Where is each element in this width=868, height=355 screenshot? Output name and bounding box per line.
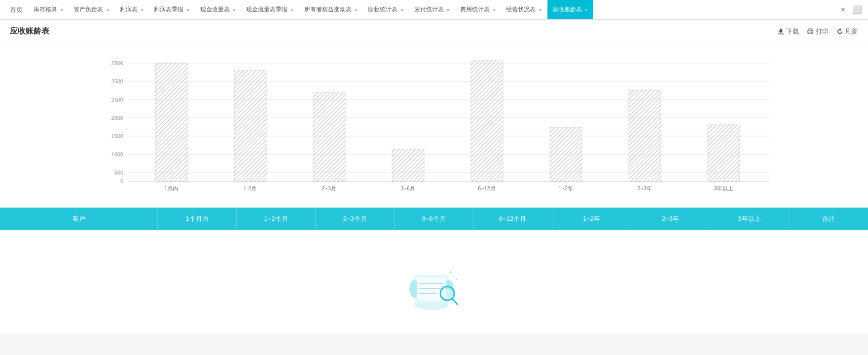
refresh-button[interactable]: 刷新 — [836, 27, 858, 36]
svg-rect-2 — [809, 29, 812, 31]
svg-text:0: 0 — [120, 178, 123, 184]
col-3-6month: 3~6个月 — [395, 208, 473, 230]
empty-state: ✦ ✦ ✦ — [0, 230, 868, 334]
tab-profit-quarterly[interactable]: 利润表季报 × — [149, 0, 195, 20]
header-actions: 下载 打印 刷新 — [777, 27, 858, 36]
tab-close-cashflow-quarterly[interactable]: × — [290, 7, 293, 13]
tab-close-equity[interactable]: × — [355, 7, 358, 13]
tab-operation[interactable]: 经营状况表 × — [501, 0, 547, 20]
bar-3-6月 — [392, 149, 424, 181]
tab-close-operation[interactable]: × — [539, 7, 542, 13]
tab-close-expense-stat[interactable]: × — [493, 7, 496, 13]
svg-text:2500: 2500 — [111, 97, 123, 103]
svg-text:1000: 1000 — [111, 151, 123, 157]
window-actions: × ⬜ — [839, 3, 864, 16]
col-2-3year: 2~3年 — [631, 208, 710, 230]
tab-close-profit[interactable]: × — [141, 7, 144, 13]
svg-text:2500: 2500 — [111, 60, 123, 66]
col-3year-plus: 3年以上 — [710, 208, 789, 230]
bar-1-2月 — [234, 71, 266, 181]
bar-2-3年 — [629, 90, 661, 181]
svg-text:3~6月: 3~6月 — [400, 185, 415, 191]
bar-1月内 — [155, 63, 187, 181]
svg-line-39 — [452, 298, 457, 304]
svg-point-38 — [443, 289, 452, 298]
svg-text:1月内: 1月内 — [164, 185, 178, 191]
svg-text:500: 500 — [114, 170, 123, 176]
print-icon — [807, 28, 814, 35]
svg-text:✦: ✦ — [455, 278, 458, 281]
empty-state-icon: ✦ ✦ ✦ — [402, 260, 466, 314]
page-title: 应收账龄表 — [10, 26, 49, 36]
tab-close-balance[interactable]: × — [106, 7, 109, 13]
page-header: 应收账龄表 下载 打印 刷新 — [0, 20, 868, 43]
svg-text:6~12月: 6~12月 — [478, 185, 496, 191]
svg-text:1-2月: 1-2月 — [244, 185, 257, 191]
main-content: 2500 2500 2500 2000 1500 1000 500 0 — [0, 43, 868, 334]
svg-text:3年以上: 3年以上 — [714, 185, 733, 191]
col-1-2month: 1~2个月 — [237, 208, 316, 230]
tab-cashflow-quarterly[interactable]: 现金流量表季报 × — [241, 0, 299, 20]
download-icon — [777, 28, 784, 35]
svg-text:2~3月: 2~3月 — [322, 185, 336, 191]
col-1-2year: 1~2年 — [552, 208, 631, 230]
tab-close-inventory[interactable]: × — [60, 7, 63, 13]
refresh-icon — [836, 28, 843, 35]
bar-chart: 2500 2500 2500 2000 1500 1000 500 0 — [20, 53, 848, 201]
svg-text:1500: 1500 — [111, 133, 123, 139]
col-customer: 客户 — [0, 208, 158, 230]
tab-close-cashflow[interactable]: × — [233, 7, 236, 13]
tab-ar-stat[interactable]: 应收统计表 × — [363, 0, 409, 20]
bar-3年以上 — [708, 125, 740, 181]
svg-text:2500: 2500 — [111, 78, 123, 84]
svg-rect-3 — [809, 32, 812, 34]
svg-text:2000: 2000 — [111, 115, 123, 121]
tab-close-ar-stat[interactable]: × — [400, 7, 403, 13]
tab-ap-stat[interactable]: 应付统计表 × — [409, 0, 455, 20]
tab-balance[interactable]: 资产负债表 × — [69, 0, 114, 20]
bar-2-3月 — [313, 93, 345, 181]
col-1month: 1个月内 — [158, 208, 237, 230]
tab-close-profit-quarterly[interactable]: × — [186, 7, 189, 13]
svg-text:1~2年: 1~2年 — [558, 185, 573, 191]
tab-inventory[interactable]: 库存核算 × — [29, 0, 69, 20]
window-close-button[interactable]: × — [839, 3, 847, 16]
col-2-3month: 2~3个月 — [316, 208, 395, 230]
tab-expense-stat[interactable]: 费用统计表 × — [455, 0, 501, 20]
tab-home[interactable]: 首页 — [4, 5, 29, 14]
tab-bar: 首页 库存核算 × 资产负债表 × 利润表 × 利润表季报 × 现金流量表 × … — [0, 0, 868, 20]
col-6-12month: 6~12个月 — [473, 208, 552, 230]
window-maximize-button[interactable]: ⬜ — [850, 3, 864, 16]
svg-text:✦: ✦ — [449, 270, 452, 275]
tab-equity[interactable]: 所有者权益变动表 × — [299, 0, 363, 20]
bar-6-12月 — [471, 61, 503, 181]
tab-close-ap-stat[interactable]: × — [447, 7, 450, 13]
bar-1-2年 — [550, 127, 582, 181]
table-header: 客户 1个月内 1~2个月 2~3个月 3~6个月 6~12个月 1~2年 2~… — [0, 208, 868, 230]
download-button[interactable]: 下载 — [777, 27, 799, 36]
tab-close-ar-aging[interactable]: × — [585, 7, 588, 13]
svg-rect-0 — [778, 34, 784, 35]
svg-text:✦: ✦ — [451, 266, 453, 269]
tab-ar-aging[interactable]: 应收账龄表 × — [547, 0, 593, 20]
print-button[interactable]: 打印 — [807, 27, 829, 36]
chart-area: 2500 2500 2500 2000 1500 1000 500 0 — [0, 43, 868, 208]
tab-cashflow[interactable]: 现金流量表 × — [195, 0, 241, 20]
tab-profit[interactable]: 利润表 × — [115, 0, 149, 20]
svg-text:2~3年: 2~3年 — [637, 185, 652, 191]
col-total: 合计 — [789, 208, 868, 230]
